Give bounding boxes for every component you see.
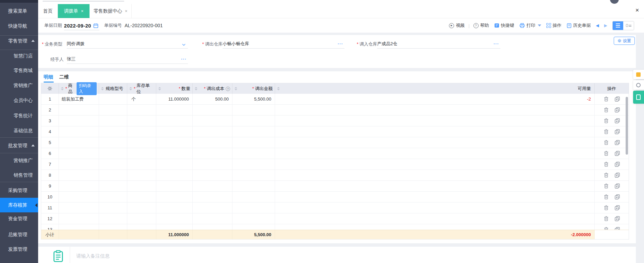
column-settings-button[interactable]	[41, 83, 59, 94]
spec-cell[interactable]	[99, 181, 127, 191]
unit-cell[interactable]	[127, 105, 156, 115]
video-button[interactable]: ▶视频	[449, 22, 465, 29]
unit-cell[interactable]	[127, 224, 156, 230]
column-product[interactable]: *商品扫码录入	[59, 83, 99, 94]
tab-2d[interactable]: 二维	[59, 74, 69, 80]
delete-row-icon[interactable]	[604, 140, 609, 145]
hotkeys-button[interactable]: 快捷键	[494, 22, 514, 29]
history-button[interactable]: 历史单据	[567, 22, 591, 29]
cost-cell[interactable]: 500.00	[193, 94, 232, 104]
sort-icon[interactable]	[129, 87, 132, 90]
qty-cell[interactable]	[156, 203, 193, 213]
product-cell[interactable]	[59, 224, 99, 230]
column-amount[interactable]: *调出金额	[232, 83, 275, 94]
delete-row-icon[interactable]	[604, 129, 609, 134]
delete-row-icon[interactable]	[604, 183, 609, 189]
sidebar-item-funds-mgmt[interactable]: 资金管理	[8, 216, 27, 222]
amount-cell[interactable]	[232, 137, 275, 148]
spec-cell[interactable]	[99, 192, 127, 202]
qty-cell[interactable]	[156, 137, 193, 148]
amount-cell[interactable]	[232, 159, 275, 170]
product-cell[interactable]	[59, 148, 99, 159]
sidebar-item-quick-nav[interactable]: 快捷导航	[8, 23, 27, 29]
handler-field[interactable]: 张三···	[67, 55, 188, 64]
amount-cell[interactable]	[232, 126, 275, 137]
insert-row-icon[interactable]	[615, 107, 620, 112]
date-input[interactable]: 2022-09-20	[64, 21, 99, 30]
spec-cell[interactable]	[99, 203, 127, 213]
spec-cell[interactable]	[99, 94, 127, 104]
insert-row-icon[interactable]	[615, 216, 620, 221]
column-cost[interactable]: *调出成本?	[193, 83, 232, 94]
qty-cell[interactable]	[156, 170, 193, 180]
product-cell[interactable]	[59, 159, 99, 170]
product-cell[interactable]	[59, 137, 99, 148]
cost-cell[interactable]	[193, 213, 232, 224]
sidebar-item-marketing-2[interactable]: 营销推广	[14, 158, 33, 163]
qty-cell[interactable]	[156, 181, 193, 191]
settings-button[interactable]: 设置	[614, 37, 635, 45]
close-icon[interactable]: ×	[632, 5, 642, 15]
insert-row-icon[interactable]	[615, 140, 620, 145]
column-spec[interactable]: 规格型号	[99, 83, 127, 94]
unit-cell[interactable]	[127, 181, 156, 191]
amount-cell[interactable]	[232, 181, 275, 191]
insert-row-icon[interactable]	[615, 97, 620, 102]
unit-cell[interactable]	[127, 170, 156, 180]
cost-cell[interactable]	[193, 116, 232, 126]
table-scrollbar[interactable]	[626, 97, 628, 155]
sidebar-item-sales-mgmt[interactable]: 销售管理	[14, 172, 33, 178]
tab-detail[interactable]: 明细	[44, 74, 53, 80]
sidebar-item-member-center[interactable]: 会员中心	[14, 98, 33, 103]
ellipsis-icon[interactable]: ···	[494, 40, 499, 48]
floating-tool-button-3[interactable]	[633, 91, 644, 104]
cost-cell[interactable]	[193, 137, 232, 148]
sort-icon[interactable]	[158, 87, 161, 90]
sort-icon[interactable]	[101, 87, 104, 90]
amount-cell[interactable]	[232, 224, 275, 230]
unit-cell[interactable]: 个	[127, 94, 156, 104]
remark-input[interactable]	[76, 251, 553, 260]
product-cell[interactable]	[59, 203, 99, 213]
close-tab-icon[interactable]: ×	[81, 8, 84, 14]
sidebar-group-wholesale[interactable]: 批发管理	[8, 143, 35, 148]
cost-cell[interactable]	[193, 170, 232, 180]
operations-button[interactable]: 操作	[546, 22, 562, 29]
insert-row-icon[interactable]	[615, 227, 620, 230]
insert-row-icon[interactable]	[615, 129, 620, 134]
amount-cell[interactable]: 5,500.00	[232, 94, 275, 104]
sidebar-item-ledger-mgmt[interactable]: 总账管理	[8, 232, 27, 238]
spec-cell[interactable]	[99, 159, 127, 170]
sidebar-group-retail[interactable]: 零售管理	[8, 38, 35, 44]
cost-cell[interactable]	[193, 159, 232, 170]
unit-cell[interactable]	[127, 137, 156, 148]
unit-cell[interactable]	[127, 203, 156, 213]
spec-cell[interactable]	[99, 224, 127, 230]
insert-row-icon[interactable]	[615, 194, 620, 199]
product-cell[interactable]	[59, 213, 99, 224]
cost-cell[interactable]	[193, 203, 232, 213]
delete-row-icon[interactable]	[604, 194, 609, 199]
next-doc-icon[interactable]: ▶	[604, 23, 607, 28]
sort-icon[interactable]	[235, 87, 237, 90]
sidebar-item-invoice-mgmt[interactable]: 发票管理	[8, 246, 27, 252]
qty-cell[interactable]	[156, 116, 193, 126]
sidebar-item-retail-stats[interactable]: 零售统计	[14, 113, 33, 119]
spec-cell[interactable]	[99, 137, 127, 148]
amount-cell[interactable]	[232, 116, 275, 126]
delete-row-icon[interactable]	[604, 97, 609, 102]
delete-row-icon[interactable]	[604, 162, 609, 167]
product-cell[interactable]	[59, 105, 99, 115]
sidebar-item-inventory-accounting[interactable]: 库存核算	[0, 198, 38, 212]
insert-row-icon[interactable]	[615, 183, 620, 189]
column-available[interactable]: 可用量	[275, 83, 595, 94]
help-button[interactable]: ?帮助	[473, 22, 489, 29]
unit-cell[interactable]	[127, 213, 156, 224]
print-button[interactable]: 打印	[519, 22, 541, 29]
help-circle-icon[interactable]: ?	[226, 87, 230, 91]
cost-cell[interactable]	[193, 224, 232, 230]
cost-cell[interactable]	[193, 181, 232, 191]
cost-cell[interactable]	[193, 105, 232, 115]
spec-cell[interactable]	[99, 148, 127, 159]
product-cell[interactable]	[59, 192, 99, 202]
